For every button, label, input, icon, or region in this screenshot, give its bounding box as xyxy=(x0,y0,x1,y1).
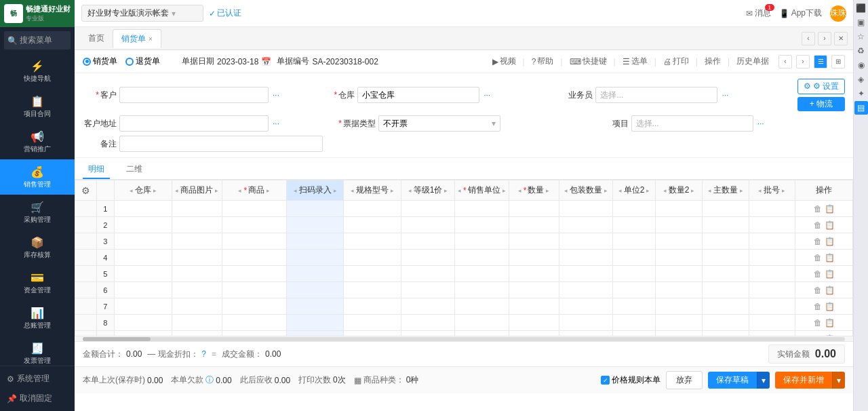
row-unit2-cell[interactable] xyxy=(612,282,655,298)
view-list-button[interactable]: ☰ xyxy=(814,55,827,68)
row-barcode-cell[interactable] xyxy=(286,250,344,266)
row-delete-icon[interactable]: 🗑 xyxy=(814,237,822,246)
history-button[interactable]: 历史单据 xyxy=(734,54,772,68)
row-spec-cell[interactable] xyxy=(344,250,401,266)
row-operate-cell[interactable]: 🗑 📋 xyxy=(795,250,853,266)
row-qty2-cell[interactable] xyxy=(656,250,703,266)
row-delete-icon[interactable]: 🗑 xyxy=(814,204,822,214)
app-download-button[interactable]: 📱 App下载 xyxy=(779,7,822,19)
row-pack-qty-cell[interactable] xyxy=(559,201,612,217)
row-product-cell[interactable] xyxy=(222,282,286,298)
row-main-qty-cell[interactable] xyxy=(702,315,749,331)
row-barcode-cell[interactable] xyxy=(286,217,344,233)
row-unit2-cell[interactable] xyxy=(612,315,655,331)
row-product-img-cell[interactable] xyxy=(172,250,222,266)
help-button[interactable]: ? 帮助 xyxy=(529,54,557,68)
row-product-cell[interactable] xyxy=(222,201,286,217)
row-copy-icon[interactable]: 📋 xyxy=(825,204,835,214)
row-delete-icon[interactable]: 🗑 xyxy=(814,318,822,328)
table-scroll-area[interactable]: ⚙ ◂ 仓库 ▸ ◂ xyxy=(75,180,853,336)
row-pack-qty-cell[interactable] xyxy=(559,250,612,266)
row-batch-cell[interactable] xyxy=(749,298,795,315)
row-product-cell[interactable] xyxy=(222,331,286,336)
row-spec-cell[interactable] xyxy=(344,298,401,315)
row-pack-qty-cell[interactable] xyxy=(559,266,612,282)
row-product-cell[interactable] xyxy=(222,217,286,233)
table-scrollbar[interactable] xyxy=(75,336,853,341)
row-product-img-cell[interactable] xyxy=(172,298,222,315)
tab-2d[interactable]: 二维 xyxy=(121,161,148,179)
col-qty2-header[interactable]: ◂ 数量2 ▸ xyxy=(656,180,703,201)
row-warehouse-cell[interactable] xyxy=(115,315,172,331)
row-price1-cell[interactable] xyxy=(401,250,454,266)
row-spec-cell[interactable] xyxy=(344,315,401,331)
warehouse-dots-button[interactable]: ··· xyxy=(484,90,490,100)
save-new-button[interactable]: 保存并新增 xyxy=(775,372,832,389)
sidebar-item-project[interactable]: 📋 项目合同 xyxy=(0,89,75,124)
warehouse-input[interactable]: 小宝仓库 xyxy=(357,87,479,103)
message-button[interactable]: ✉ 消息 1 xyxy=(746,7,771,19)
sidebar-item-inventory[interactable]: 📦 库存核算 xyxy=(0,230,75,265)
col-product-img-header[interactable]: ◂ 商品图片 ▸ xyxy=(172,180,222,201)
row-operate-cell[interactable]: 🗑 📋 xyxy=(795,331,853,336)
row-main-qty-cell[interactable] xyxy=(702,233,749,250)
row-batch-cell[interactable] xyxy=(749,201,795,217)
row-barcode-cell[interactable] xyxy=(286,315,344,331)
row-sales-unit-cell[interactable] xyxy=(455,201,509,217)
customer-input[interactable] xyxy=(119,87,269,103)
row-spec-cell[interactable] xyxy=(344,266,401,282)
arrears-help-icon[interactable]: ⓘ xyxy=(205,374,214,386)
row-copy-icon[interactable]: 📋 xyxy=(825,302,835,311)
tab-next-button[interactable]: › xyxy=(818,32,831,45)
row-barcode-cell[interactable] xyxy=(286,331,344,336)
row-sales-unit-cell[interactable] xyxy=(455,250,509,266)
right-panel-icon-1[interactable]: ⬛ xyxy=(854,1,868,15)
sidebar-item-accounting[interactable]: 📊 总账管理 xyxy=(0,300,75,336)
sidebar-item-marketing[interactable]: 📢 营销推广 xyxy=(0,124,75,159)
row-quantity-cell[interactable] xyxy=(509,282,559,298)
row-sales-unit-cell[interactable] xyxy=(455,315,509,331)
row-barcode-cell[interactable] xyxy=(286,201,344,217)
row-barcode-cell[interactable] xyxy=(286,282,344,298)
right-panel-icon-6[interactable]: ◈ xyxy=(854,73,868,86)
address-dots-button[interactable]: ··· xyxy=(273,119,279,128)
tab-close-all-button[interactable]: ✕ xyxy=(834,32,848,45)
row-price1-cell[interactable] xyxy=(401,217,454,233)
row-operate-cell[interactable]: 🗑 📋 xyxy=(795,201,853,217)
row-unit2-cell[interactable] xyxy=(612,331,655,336)
row-delete-icon[interactable]: 🗑 xyxy=(814,302,822,311)
right-panel-icon-2[interactable]: ▣ xyxy=(854,16,868,29)
staff-input[interactable]: 选择... xyxy=(595,87,717,103)
row-batch-cell[interactable] xyxy=(749,217,795,233)
row-spec-cell[interactable] xyxy=(344,217,401,233)
col-unit2-header[interactable]: ◂ 单位2 ▸ xyxy=(612,180,655,201)
tab-prev-button[interactable]: ‹ xyxy=(802,32,815,45)
customer-dots-button[interactable]: ··· xyxy=(273,90,279,100)
row-price1-cell[interactable] xyxy=(401,331,454,336)
row-price1-cell[interactable] xyxy=(401,282,454,298)
row-main-qty-cell[interactable] xyxy=(702,217,749,233)
scrollbar-thumb[interactable] xyxy=(83,337,151,341)
right-panel-icon-3[interactable]: ☆ xyxy=(854,30,868,43)
save-new-dropdown-button[interactable]: ▾ xyxy=(832,372,845,389)
row-warehouse-cell[interactable] xyxy=(115,282,172,298)
table-settings-icon[interactable]: ⚙ xyxy=(81,185,90,196)
sidebar-item-quick-nav[interactable]: ⚡ 快捷导航 xyxy=(0,54,75,89)
row-unit2-cell[interactable] xyxy=(612,217,655,233)
row-batch-cell[interactable] xyxy=(749,282,795,298)
row-sales-unit-cell[interactable] xyxy=(455,331,509,336)
row-operate-cell[interactable]: 🗑 📋 xyxy=(795,266,853,282)
row-sales-unit-cell[interactable] xyxy=(455,217,509,233)
row-quantity-cell[interactable] xyxy=(509,217,559,233)
row-price1-cell[interactable] xyxy=(401,315,454,331)
row-quantity-cell[interactable] xyxy=(509,266,559,282)
row-barcode-cell[interactable] xyxy=(286,298,344,315)
row-warehouse-cell[interactable] xyxy=(115,331,172,336)
row-price1-cell[interactable] xyxy=(401,266,454,282)
row-product-cell[interactable] xyxy=(222,266,286,282)
row-copy-icon[interactable]: 📋 xyxy=(825,253,835,262)
notes-input[interactable] xyxy=(119,136,323,152)
row-batch-cell[interactable] xyxy=(749,315,795,331)
row-main-qty-cell[interactable] xyxy=(702,331,749,336)
col-spec-header[interactable]: ◂ 规格型号 ▸ xyxy=(344,180,401,201)
